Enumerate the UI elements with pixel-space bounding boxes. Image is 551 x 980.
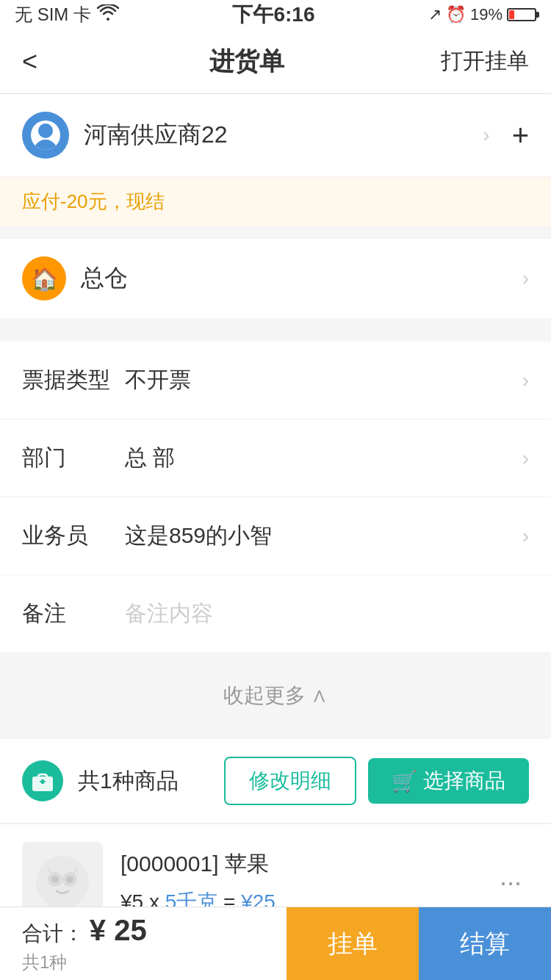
supplier-row[interactable]: 河南供应商22 › +	[0, 94, 551, 177]
supplier-avatar	[22, 112, 69, 159]
invoice-chevron-icon: ›	[522, 369, 529, 392]
collapse-button[interactable]: 收起更多 ∧	[0, 664, 551, 727]
page-title: 进货单	[52, 45, 441, 79]
salesman-value: 这是859的小智	[125, 521, 522, 551]
remark-row[interactable]: 备注 备注内容	[0, 575, 551, 652]
footer: 合计： ¥ 25 共1种 挂单 结算	[0, 907, 551, 980]
back-button[interactable]: <	[22, 39, 52, 84]
footer-total-line: 合计： ¥ 25	[22, 914, 264, 948]
warehouse-row[interactable]: 🏠 总仓 ›	[0, 238, 551, 318]
warehouse-icon: 🏠	[22, 256, 66, 300]
nav-bar: < 进货单 打开挂单	[0, 29, 551, 94]
invoice-row[interactable]: 票据类型 不开票 ›	[0, 342, 551, 419]
dept-chevron-icon: ›	[522, 447, 529, 470]
product-more-button[interactable]: ···	[492, 860, 529, 905]
salesman-chevron-icon: ›	[522, 525, 529, 548]
svg-rect-2	[41, 779, 44, 784]
wifi-icon	[97, 4, 119, 25]
product-info: [0000001] 苹果 ¥5 x 5千克 = ¥25	[120, 849, 492, 916]
products-header: 共1种商品 修改明细 🛒 选择商品	[0, 739, 551, 824]
supplier-chevron-icon: ›	[483, 123, 489, 147]
footer-total-label: 合计：	[22, 922, 84, 945]
warehouse-name: 总仓	[81, 262, 522, 295]
dept-label: 部门	[22, 443, 125, 473]
products-count: 共1种商品	[78, 766, 224, 796]
main-content: 河南供应商22 › + 应付-20元，现结 🏠 总仓 › 票据类型 不开票 › …	[0, 94, 551, 980]
checkout-button[interactable]: 结算	[419, 907, 551, 981]
battery-percent: 19%	[470, 5, 503, 24]
salesman-row[interactable]: 业务员 这是859的小智 ›	[0, 497, 551, 575]
svg-point-6	[51, 876, 59, 883]
dept-value: 总 部	[125, 443, 522, 473]
cart-icon: 🛒	[392, 769, 417, 793]
svg-point-3	[36, 856, 89, 909]
dept-row[interactable]: 部门 总 部 ›	[0, 419, 551, 497]
warehouse-chevron-icon: ›	[522, 267, 529, 290]
status-time: 下午6:16	[232, 1, 314, 29]
invoice-value: 不开票	[125, 365, 522, 395]
hang-button[interactable]: 挂单	[287, 907, 419, 981]
status-bar: 无 SIM 卡 下午6:16 ↗ ⏰ 19%	[0, 0, 551, 29]
footer-total-count: 共1种	[22, 951, 264, 974]
alarm-icon: ⏰	[446, 5, 466, 24]
form-section: 票据类型 不开票 › 部门 总 部 › 业务员 这是859的小智 › 备注 备注…	[0, 342, 551, 652]
status-left: 无 SIM 卡	[15, 3, 119, 26]
invoice-label: 票据类型	[22, 365, 125, 395]
status-right: ↗ ⏰ 19%	[428, 5, 536, 24]
products-icon	[22, 760, 63, 801]
location-icon: ↗	[428, 5, 442, 24]
supplier-name: 河南供应商22	[84, 119, 483, 151]
svg-point-7	[66, 876, 73, 883]
footer-total-amount: ¥ 25	[90, 914, 147, 946]
remark-label: 备注	[22, 599, 125, 629]
supplier-notice: 应付-20元，现结	[0, 177, 551, 226]
edit-details-button[interactable]: 修改明细	[224, 757, 356, 805]
add-supplier-button[interactable]: +	[512, 120, 529, 150]
product-name: [0000001] 苹果	[120, 849, 492, 879]
warehouse-section: 🏠 总仓 ›	[0, 238, 551, 318]
remark-input[interactable]: 备注内容	[125, 599, 529, 629]
salesman-label: 业务员	[22, 521, 125, 551]
select-products-button[interactable]: 🛒 选择商品	[368, 758, 529, 804]
open-hang-button[interactable]: 打开挂单	[441, 46, 529, 76]
footer-total: 合计： ¥ 25 共1种	[0, 914, 287, 974]
carrier-label: 无 SIM 卡	[15, 3, 91, 26]
battery-icon	[507, 8, 536, 21]
supplier-section: 河南供应商22 › + 应付-20元，现结	[0, 94, 551, 226]
